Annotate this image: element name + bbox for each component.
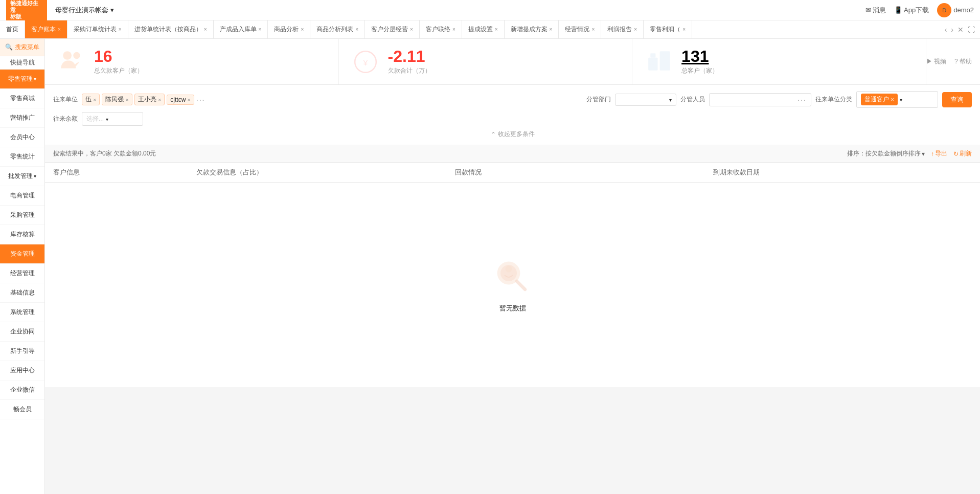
nav-close-all[interactable]: ✕ <box>956 26 965 34</box>
tab-purchase-order[interactable]: 采购订单统计表 × <box>67 20 128 39</box>
video-btn[interactable]: ▶ 视频 <box>926 57 946 66</box>
close-icon[interactable]: × <box>204 27 207 32</box>
sidebar-item-batch-mgmt[interactable]: 批发管理 ▾ <box>0 167 44 186</box>
sidebar-item-app-center[interactable]: 应用中心 <box>0 361 44 380</box>
close-icon[interactable]: × <box>355 27 358 32</box>
more-tags-btn[interactable]: ··· <box>196 96 206 104</box>
app-download-btn[interactable]: 📱 App下载 <box>894 6 929 15</box>
svg-rect-7 <box>650 59 651 61</box>
message-btn[interactable]: ✉ 消息 <box>865 6 886 15</box>
nav-left-arrow[interactable]: ‹ <box>944 26 948 34</box>
manager-label: 分管人员 <box>680 95 705 104</box>
close-icon[interactable]: × <box>410 27 413 32</box>
classify-select[interactable]: 普通客户 × <box>856 91 938 108</box>
tab-new-promotion[interactable]: 新增提成方案 × <box>505 20 559 39</box>
classify-chevron-icon <box>900 96 902 103</box>
sort-btn[interactable]: 排序：按欠款金额倒序排序 ▾ <box>847 149 925 158</box>
close-icon[interactable]: × <box>495 27 498 32</box>
unit-label: 往来单位 <box>53 95 78 104</box>
close-icon[interactable]: × <box>634 27 637 32</box>
sidebar-item-new-guide[interactable]: 新手引导 <box>0 342 44 361</box>
sidebar-item-ops[interactable]: 经营管理 <box>0 264 44 283</box>
col-due-date: 到期未收款日期 <box>713 168 972 177</box>
svg-rect-12 <box>665 53 666 55</box>
filter-tag-wang[interactable]: 王小亮 × <box>134 94 165 105</box>
sidebar-item-vip-member[interactable]: 畅会员 <box>0 400 44 419</box>
sidebar-item-retail-mall[interactable]: 零售商城 <box>0 89 44 108</box>
export-btn[interactable]: ↑ 导出 <box>931 149 947 158</box>
close-icon[interactable]: × <box>259 27 262 32</box>
tab-customer-segment[interactable]: 客户分层经营 × <box>365 20 420 39</box>
tab-customer-contact[interactable]: 客户联络 × <box>420 20 462 39</box>
empty-text: 暂无数据 <box>499 304 526 313</box>
filter-tag-chen[interactable]: 陈民强 × <box>102 94 132 105</box>
close-icon[interactable]: × <box>119 27 122 32</box>
close-icon[interactable]: × <box>452 27 455 32</box>
sidebar-search[interactable]: 🔍 搜索菜单 <box>0 39 44 56</box>
stat-debt-number: -2.11 <box>388 48 431 64</box>
dept-select[interactable] <box>615 94 676 106</box>
svg-rect-14 <box>665 57 666 58</box>
close-icon[interactable]: × <box>58 27 61 32</box>
logo-area: 畅捷通好生意 标版 <box>6 0 47 22</box>
export-icon: ↑ <box>931 150 934 158</box>
active-classify-tag[interactable]: 普通客户 × <box>861 94 898 105</box>
collapse-filter-btn[interactable]: ⌃ 收起更多条件 <box>53 130 972 139</box>
sidebar-item-capital[interactable]: 资金管理 <box>0 244 44 264</box>
nav-right-arrow[interactable]: › <box>950 26 954 34</box>
tab-retail-profit[interactable]: 零售利润（ × <box>644 20 692 39</box>
tab-incoming-stats[interactable]: 进货单统计表（按商品） × <box>128 20 214 39</box>
tab-promotion-settings[interactable]: 提成设置 × <box>462 20 505 39</box>
svg-rect-11 <box>662 53 663 55</box>
search-button[interactable]: 查询 <box>942 92 972 107</box>
filter-tags: 伍 × 陈民强 × 王小亮 × cjttcw × ··· <box>82 94 582 105</box>
sort-label: 排序：按欠款金额倒序排序 <box>847 149 921 158</box>
help-btn[interactable]: ? 帮助 <box>954 57 972 66</box>
refresh-btn[interactable]: ↻ 刷新 <box>953 149 972 158</box>
tab-customer-book[interactable]: 客户账本 × <box>25 20 67 39</box>
remove-tag-chen[interactable]: × <box>125 97 128 103</box>
close-icon[interactable]: × <box>591 27 595 32</box>
manager-input[interactable]: ··· <box>709 93 811 106</box>
sidebar-item-member[interactable]: 会员中心 <box>0 128 44 147</box>
sidebar-item-marketing[interactable]: 营销推广 <box>0 108 44 128</box>
sidebar-item-inventory[interactable]: 库存核算 <box>0 225 44 244</box>
stat-customers-label: 总欠款客户（家） <box>94 66 143 75</box>
sidebar-item-basic-info[interactable]: 基础信息 <box>0 283 44 303</box>
sidebar-item-purchase[interactable]: 采购管理 <box>0 206 44 225</box>
filter-tag-wu[interactable]: 伍 × <box>82 94 100 105</box>
tab-home[interactable]: 首页 <box>0 20 25 39</box>
close-icon[interactable]: × <box>301 27 304 32</box>
close-icon[interactable]: × <box>682 27 686 32</box>
remove-tag-wu[interactable]: × <box>93 97 96 103</box>
sidebar-quick-nav[interactable]: 快捷导航 <box>0 56 44 70</box>
remove-tag-wang[interactable]: × <box>158 97 161 103</box>
tab-product-inbound[interactable]: 产成品入库单 × <box>214 20 268 39</box>
stat-actions: ▶ 视频 ? 帮助 <box>926 39 980 84</box>
user-area[interactable]: D demo2 <box>937 3 974 17</box>
filter-tag-cjttcw[interactable]: cjttcw × <box>167 95 194 105</box>
result-bar: 搜索结果中，客户0家 欠款金额0.00元 排序：按欠款金额倒序排序 ▾ ↑ 导出… <box>45 145 980 163</box>
close-icon[interactable]: × <box>550 27 553 32</box>
sidebar-item-retail-mgmt[interactable]: 零售管理 ▾ <box>0 70 44 89</box>
chevron-down-icon: ▾ <box>34 173 36 179</box>
dept-chevron-icon <box>669 96 672 103</box>
remove-classify-icon[interactable]: × <box>891 96 894 103</box>
stat-customers-number: 16 <box>94 48 143 64</box>
tab-business-status[interactable]: 经营情况 × <box>559 20 601 39</box>
nav-expand-icon[interactable]: ⛶ <box>967 26 976 34</box>
balance-select[interactable]: 选择... <box>82 112 143 126</box>
tab-product-analysis-list[interactable]: 商品分析列表 × <box>310 20 365 39</box>
tab-product-analysis[interactable]: 商品分析 × <box>268 20 310 39</box>
logo-line2: 标版 <box>10 13 43 20</box>
sidebar-item-system[interactable]: 系统管理 <box>0 303 44 322</box>
tab-profit-report[interactable]: 利润报告 × <box>601 20 644 39</box>
sidebar-item-enterprise-collab[interactable]: 企业协同 <box>0 322 44 342</box>
remove-tag-cjttcw[interactable]: × <box>187 97 190 103</box>
sidebar-item-retail-stats[interactable]: 零售统计 <box>0 147 44 167</box>
store-selector[interactable]: 母婴行业演示帐套 ▾ <box>51 6 118 15</box>
message-icon: ✉ <box>865 6 873 14</box>
sidebar-item-ecommerce[interactable]: 电商管理 <box>0 186 44 206</box>
sidebar-item-enterprise-wechat[interactable]: 企业微信 <box>0 380 44 400</box>
svg-rect-10 <box>653 63 654 64</box>
